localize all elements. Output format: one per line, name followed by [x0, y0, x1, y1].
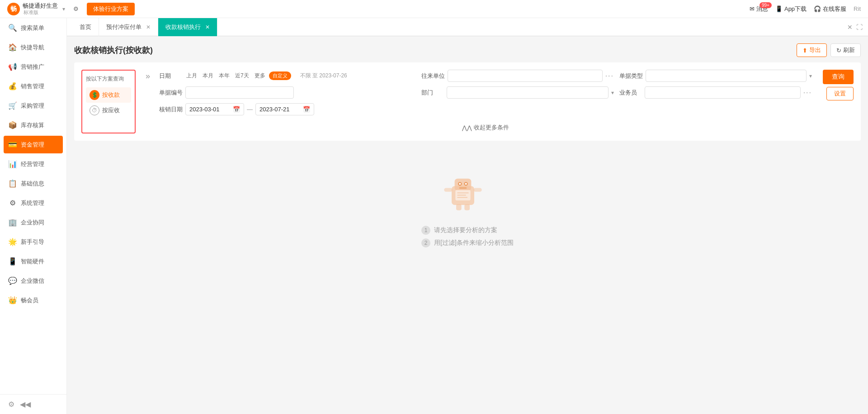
tab-prepay-close[interactable]: ✕	[146, 24, 151, 30]
message-button[interactable]: ✉ 消息 99+	[750, 5, 768, 13]
filter-date-options: 上月 本月 本年 近7天 更多 自定义	[184, 71, 291, 81]
filter-staff-group: 业务员 ···	[619, 86, 812, 99]
refresh-button[interactable]: ↻ 刷新	[830, 43, 861, 57]
settings-bottom-icon[interactable]: ⚙	[8, 400, 14, 409]
logo-icon: 畅	[7, 3, 20, 15]
empty-tip-text-2: 用[过滤]条件来缩小分析范围	[434, 239, 514, 247]
dept-input[interactable]	[447, 86, 609, 99]
verify-date-start-value: 2023-03-01	[189, 106, 220, 113]
date-option-this-year[interactable]: 本年	[217, 71, 231, 81]
sidebar-item-label: 智能硬件	[21, 257, 44, 266]
app-download-button[interactable]: 📱 App下载	[775, 5, 807, 13]
verify-date-end-input[interactable]: 2023-07-21 📅	[255, 103, 314, 115]
sidebar-item-label: 采购管理	[21, 102, 44, 110]
staff-more-icon[interactable]: ···	[803, 89, 812, 97]
sidebar-item-hardware[interactable]: 📱 智能硬件	[0, 252, 66, 271]
sidebar-item-label: 库存核算	[21, 121, 44, 129]
page-title: 收款核销执行(按收款)	[74, 45, 153, 56]
verify-date-start-input[interactable]: 2023-03-01 📅	[185, 103, 244, 115]
counterpart-label: 往来单位	[421, 72, 445, 80]
tab-receipt-verify[interactable]: 收款核销执行 ✕	[158, 18, 217, 36]
collapse-more-icon: ⋀⋀	[462, 124, 472, 131]
doc-no-input[interactable]	[185, 86, 294, 99]
inventory-icon: 📦	[8, 121, 17, 129]
sidebar-item-sales[interactable]: 💰 销售管理	[0, 76, 66, 96]
tab-bar: 首页 预付冲应付单 ✕ 收款核销执行 ✕ ✕ ⛶	[67, 18, 868, 36]
message-badge: 99+	[760, 2, 772, 8]
refresh-icon: ↻	[836, 47, 841, 54]
tab-bar-actions: ✕ ⛶	[847, 24, 863, 31]
staff-input[interactable]	[645, 86, 801, 99]
sidebar-item-guide[interactable]: 🌟 新手引导	[0, 232, 66, 252]
sidebar-item-member[interactable]: 👑 畅会员	[0, 290, 66, 310]
dept-dropdown-icon[interactable]: ▾	[611, 90, 614, 96]
collapse-sidebar-icon[interactable]: ◀◀	[20, 400, 31, 409]
sidebar-item-purchase[interactable]: 🛒 采购管理	[0, 96, 66, 115]
system-icon: ⚙	[8, 199, 17, 207]
filter-actions: 查询 设置	[817, 70, 854, 133]
basic-info-icon: 📋	[8, 179, 17, 188]
sidebar-item-enterprise[interactable]: 🏢 企业协同	[0, 213, 66, 232]
doc-type-label: 单据类型	[619, 72, 643, 80]
topbar-dropdown-icon[interactable]: ▾	[62, 6, 65, 12]
query-button[interactable]: 查询	[823, 70, 854, 84]
wechat-icon: 💬	[8, 276, 17, 285]
app-label: App下载	[784, 5, 807, 13]
counterpart-input[interactable]	[448, 70, 603, 82]
doc-type-dropdown-icon[interactable]: ▾	[809, 73, 812, 79]
tab-receipt-verify-close[interactable]: ✕	[205, 24, 210, 30]
sidebar-item-marketing[interactable]: 📢 营销推广	[0, 57, 66, 76]
sidebar-item-finance[interactable]: 💳 资金管理	[4, 136, 63, 153]
date-label: 日期	[159, 72, 182, 80]
collapse-query-panel-icon[interactable]: »	[142, 70, 154, 133]
search-icon: 🔍	[8, 24, 17, 32]
filter-counterpart-group: 往来单位 ···	[421, 70, 614, 82]
doc-no-label: 单据编号	[159, 89, 183, 97]
filter-verify-date-group: 核销日期 2023-03-01 📅 — 2023-07-21 📅	[159, 103, 812, 115]
sidebar-item-quicknav[interactable]: 🏠 快捷导航	[0, 38, 66, 57]
query-type-by-receivable[interactable]: ⏱ 按应收	[86, 103, 131, 118]
sidebar-item-system[interactable]: ⚙ 系统管理	[0, 193, 66, 213]
sales-icon: 💰	[8, 82, 17, 90]
date-option-this-month[interactable]: 本月	[201, 71, 215, 81]
counterpart-more-icon[interactable]: ···	[605, 72, 614, 80]
tab-home[interactable]: 首页	[72, 18, 99, 36]
version-label: 标准版	[24, 10, 58, 15]
service-label: 在线客服	[823, 5, 846, 13]
tab-home-label: 首页	[80, 23, 91, 31]
date-option-last-month[interactable]: 上月	[184, 71, 199, 81]
user-name: Rit	[854, 5, 861, 12]
sidebar-item-search[interactable]: 🔍 搜索菜单	[0, 18, 66, 38]
sidebar-item-operation[interactable]: 📊 经营管理	[0, 154, 66, 174]
collapse-more-button[interactable]: ⋀⋀ 收起更多条件	[457, 122, 514, 133]
query-type-receivable-label: 按应收	[102, 106, 120, 114]
sidebar-item-wechat[interactable]: 💬 企业微信	[0, 271, 66, 290]
sidebar-item-inventory[interactable]: 📦 库存核算	[0, 115, 66, 135]
tab-prepay[interactable]: 预付冲应付单 ✕	[99, 18, 158, 36]
date-option-7days[interactable]: 近7天	[233, 71, 251, 81]
empty-tip-num-2: 2	[421, 238, 430, 247]
query-type-by-receipt[interactable]: 💲 按收款	[86, 87, 131, 103]
doc-type-input[interactable]	[646, 70, 807, 82]
page-header-actions: ⬆ 导出 ↻ 刷新	[797, 43, 861, 57]
collapse-more-label: 收起更多条件	[474, 124, 509, 132]
export-button[interactable]: ⬆ 导出	[797, 43, 827, 57]
sidebar-item-label: 快捷导航	[21, 43, 44, 52]
empty-tip-1: 1 请先选择要分析的方案	[421, 226, 514, 235]
marketing-icon: 📢	[8, 62, 17, 71]
setting-button[interactable]: 设置	[826, 87, 854, 100]
date-option-more[interactable]: 更多	[253, 71, 267, 81]
tab-close-all-icon[interactable]: ✕	[847, 24, 853, 31]
query-receivable-icon: ⏱	[90, 105, 99, 115]
tab-expand-icon[interactable]: ⛶	[856, 24, 863, 31]
online-service-button[interactable]: 🎧 在线客服	[814, 5, 846, 13]
main-layout: 🔍 搜索菜单 🏠 快捷导航 📢 营销推广 💰 销售管理 🛒 采购管理 📦 库存核…	[0, 18, 868, 414]
enterprise-icon: 🏢	[8, 218, 17, 227]
settings-icon[interactable]: ⚙	[70, 3, 82, 15]
sidebar-item-label: 企业微信	[21, 277, 44, 285]
sidebar-item-basic-info[interactable]: 📋 基础信息	[0, 174, 66, 193]
page-content: 收款核销执行(按收款) ⬆ 导出 ↻ 刷新 按以下方案查询	[67, 36, 868, 414]
solution-button[interactable]: 体验行业方案	[87, 3, 135, 15]
date-option-custom[interactable]: 自定义	[269, 71, 291, 80]
dept-label: 部门	[421, 89, 444, 97]
